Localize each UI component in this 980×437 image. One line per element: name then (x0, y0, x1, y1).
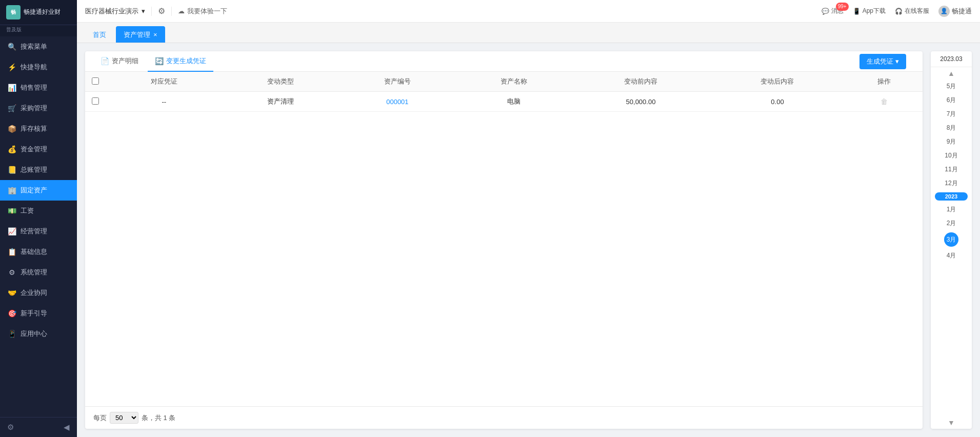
sidebar-icon-operations: 📈 (7, 227, 16, 236)
sidebar-label-ledger: 总账管理 (21, 165, 47, 174)
timeline-up-btn[interactable]: ▲ (931, 67, 972, 80)
sidebar-item-sales[interactable]: 📊 销售管理 (0, 77, 77, 98)
online-service-label: 在线客服 (905, 7, 929, 15)
timeline-month-10月[interactable]: 10月 (931, 149, 972, 163)
th-asset-name: 资产名称 (456, 72, 573, 92)
sidebar-label-funds: 资金管理 (21, 145, 47, 154)
experience-cloud-icon: ☁ (178, 7, 185, 15)
home-tab-label: 首页 (93, 30, 106, 39)
sidebar-label-basic-info: 基础信息 (21, 247, 47, 256)
sidebar-item-enterprise[interactable]: 🤝 企业协同 (0, 283, 77, 303)
sidebar-icon-inventory: 📦 (7, 124, 16, 133)
th-before-change: 变动前内容 (572, 72, 709, 92)
sidebar-item-search[interactable]: 🔍 搜索菜单 (0, 36, 77, 57)
sub-tab-asset-detail-label: 资产明细 (112, 56, 138, 66)
sidebar-icon-sales: 📊 (7, 83, 16, 92)
sidebar-label-system: 系统管理 (21, 268, 47, 277)
sidebar-item-ledger[interactable]: 📒 总账管理 (0, 160, 77, 180)
sidebar-item-purchase[interactable]: 🛒 采购管理 (0, 98, 77, 118)
tab-asset-management[interactable]: 资产管理 × (116, 26, 165, 43)
row-checkbox-0[interactable] (92, 97, 99, 105)
sidebar-item-app-center[interactable]: 📱 应用中心 (0, 324, 77, 344)
per-page-label: 每页 (93, 413, 107, 423)
delete-icon[interactable]: 🗑 (881, 97, 888, 106)
sidebar-icon-enterprise: 🤝 (7, 288, 16, 297)
tab-close-icon[interactable]: × (153, 31, 157, 38)
cell-asset-no[interactable]: 000001 (339, 92, 456, 112)
sidebar-label-sales: 销售管理 (21, 83, 47, 92)
timeline-month-8月[interactable]: 8月 (931, 121, 972, 135)
user-menu[interactable]: 👤 畅捷通 (938, 6, 972, 17)
sidebar-bottom: ⚙ ◀ (0, 417, 77, 437)
sidebar-icon-quick-nav: ⚡ (7, 63, 16, 72)
sidebar-item-fixed-assets[interactable]: 🏢 固定资产 (0, 180, 77, 201)
th-voucher: 对应凭证 (106, 72, 223, 92)
sidebar-icon-system: ⚙ (7, 268, 16, 277)
timeline-month-1月[interactable]: 1月 (931, 203, 972, 216)
sidebar-item-funds[interactable]: 💰 资金管理 (0, 139, 77, 160)
content-area: 📄 资产明细 🔄 变更生成凭证 生成凭证 ▾ (77, 43, 980, 437)
sidebar-item-operations[interactable]: 📈 经营管理 (0, 221, 77, 242)
timeline-month-7月[interactable]: 7月 (931, 107, 972, 121)
sidebar-icon-salary: 💵 (7, 206, 16, 215)
per-page-select[interactable]: 102050100 (110, 412, 138, 424)
sub-tab-asset-detail[interactable]: 📄 资产明细 (93, 51, 146, 72)
sidebar-icon-purchase: 🛒 (7, 104, 16, 113)
sidebar-item-quick-nav[interactable]: ⚡ 快捷导航 (0, 57, 77, 77)
timeline-month-11月[interactable]: 11月 (931, 163, 972, 176)
sub-tabs: 📄 资产明细 🔄 变更生成凭证 生成凭证 ▾ (85, 51, 923, 72)
pagination: 每页 102050100 条，共 1 条 (85, 406, 923, 429)
topbar: 医疗器械行业演示 ▾ ⚙ ☁ 我要体验一下 💬 消息 99+ 📱 App下载 🎧… (77, 0, 980, 23)
sidebar-item-inventory[interactable]: 📦 库存核算 (0, 118, 77, 139)
timeline-month-12月[interactable]: 12月 (931, 176, 972, 190)
select-all-checkbox[interactable] (92, 77, 99, 85)
asset-detail-icon: 📄 (101, 57, 109, 65)
table-row: -- 资产清理 000001 电脑 50,000.00 0.00 🗑 (85, 92, 923, 112)
download-icon: 📱 (853, 8, 861, 15)
change-voucher-icon: 🔄 (155, 57, 164, 65)
sidebar-item-basic-info[interactable]: 📋 基础信息 (0, 242, 77, 262)
timeline-down-btn[interactable]: ▼ (931, 416, 972, 429)
notifications-btn[interactable]: 💬 消息 99+ (822, 7, 844, 15)
app-download-label: App下载 (863, 7, 886, 15)
sidebar-icon-funds: 💰 (7, 145, 16, 154)
sidebar-icon-fixed-assets: 🏢 (7, 186, 16, 195)
tab-home[interactable]: 首页 (85, 26, 114, 43)
message-icon: 💬 (822, 8, 829, 15)
sidebar-edition: 普及版 (0, 25, 77, 36)
topbar-settings-icon[interactable]: ⚙ (158, 6, 165, 16)
generate-voucher-button[interactable]: 生成凭证 ▾ (859, 54, 906, 69)
sidebar-logo: 畅 畅捷通好业财 (0, 0, 77, 25)
timeline-month-9月[interactable]: 9月 (931, 135, 972, 149)
company-selector[interactable]: 医疗器械行业演示 ▾ (85, 7, 145, 16)
sidebar-item-salary[interactable]: 💵 工资 (0, 201, 77, 221)
main-area: 医疗器械行业演示 ▾ ⚙ ☁ 我要体验一下 💬 消息 99+ 📱 App下载 🎧… (77, 0, 980, 437)
experience-btn[interactable]: ☁ 我要体验一下 (178, 7, 227, 16)
sidebar-icon-basic-info: 📋 (7, 247, 16, 256)
timeline-year-active[interactable]: 2023 (935, 192, 968, 201)
timeline-month-6月[interactable]: 6月 (931, 93, 972, 107)
sidebar-item-system[interactable]: ⚙ 系统管理 (0, 262, 77, 283)
timeline-month-5月[interactable]: 5月 (931, 80, 972, 93)
topbar-right: 💬 消息 99+ 📱 App下载 🎧 在线客服 👤 畅捷通 (822, 6, 972, 17)
collapse-icon[interactable]: ◀ (64, 423, 70, 432)
timeline-month-active[interactable]: 3月 (931, 230, 972, 249)
data-table: 对应凭证 变动类型 资产编号 资产名称 变动前内容 变动后内容 操作 -- 资产… (85, 72, 923, 112)
timeline-month-4月[interactable]: 4月 (931, 249, 972, 263)
timeline-month-2月[interactable]: 2月 (931, 216, 972, 230)
timeline-month-3月[interactable]: 3月 (944, 232, 958, 247)
total-text: 条，共 1 条 (142, 413, 175, 423)
sidebar-label-purchase: 采购管理 (21, 104, 47, 113)
sidebar-icon-app-center: 📱 (7, 329, 16, 339)
sidebar-label-quick-nav: 快捷导航 (21, 63, 47, 72)
active-tab-label: 资产管理 (124, 30, 150, 39)
sidebar-item-guide[interactable]: 🎯 新手引导 (0, 303, 77, 324)
notifications-badge: 99+ (836, 3, 849, 11)
cell-actions: 🗑 (846, 92, 923, 112)
th-change-type: 变动类型 (223, 72, 339, 92)
online-service-btn[interactable]: 🎧 在线客服 (895, 7, 929, 15)
app-download-btn[interactable]: 📱 App下载 (853, 7, 886, 15)
timeline-header: 2023.03 (931, 51, 972, 67)
settings-icon[interactable]: ⚙ (7, 423, 14, 432)
sub-tab-change-voucher[interactable]: 🔄 变更生成凭证 (148, 51, 213, 72)
